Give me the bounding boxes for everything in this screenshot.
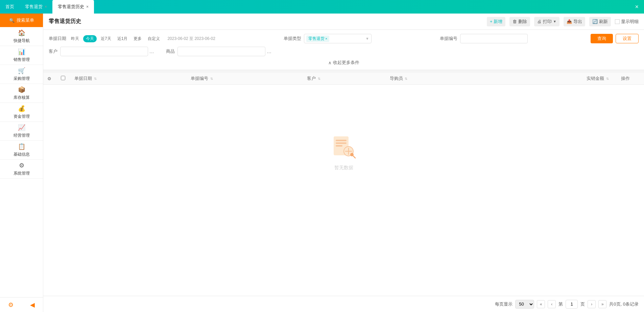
sidebar-item-purchase[interactable]: 🛒 采购管理 — [0, 65, 43, 84]
sidebar-item-inventory[interactable]: 📦 库存核算 — [0, 84, 43, 103]
goods-ellipsis[interactable]: ... — [265, 48, 272, 54]
refresh-button[interactable]: 🔄 刷新 — [589, 17, 611, 26]
sidebar-item-finance[interactable]: 💰 资金管理 — [0, 103, 43, 122]
th-customer-sort: ⇅ — [318, 77, 320, 81]
th-bill-no-label: 单据编号 — [191, 76, 208, 81]
settings-gear-icon[interactable]: ⚙ — [47, 76, 51, 81]
show-detail-checkbox[interactable] — [615, 19, 620, 24]
sidebar-item-inventory-label: 库存核算 — [14, 95, 30, 101]
date-opt-custom[interactable]: 自定义 — [146, 35, 162, 42]
th-bill-no-sort: ⇅ — [210, 77, 213, 81]
print-dropdown-icon: ▼ — [553, 20, 556, 23]
basic-info-icon: 📋 — [18, 143, 25, 150]
sidebar-collapse-icon[interactable]: ◀ — [30, 301, 35, 309]
filter-row-1: 单据日期 昨天 今天 近7天 近1月 更多 自定义 2023-06-02 至 2… — [49, 34, 639, 43]
empty-state: 暂无数据 — [43, 85, 644, 220]
tab-retail-return[interactable]: 零售退货 × — [20, 0, 52, 14]
type-tag-label: 零售退货 — [308, 36, 325, 42]
th-check[interactable] — [57, 73, 70, 85]
sidebar-settings-icon[interactable]: ⚙ — [8, 301, 14, 309]
th-amount-sort: ⇅ — [606, 77, 609, 81]
svg-line-8 — [353, 156, 355, 158]
tab-home[interactable]: 首页 — [0, 0, 20, 14]
sidebar-bottom: ⚙ ◀ — [0, 297, 43, 312]
first-page-button[interactable]: « — [537, 300, 545, 308]
th-date-sort: ⇅ — [94, 77, 97, 81]
next-page-button[interactable]: › — [588, 300, 596, 308]
goods-input[interactable] — [177, 47, 265, 56]
th-amount-label: 实销金额 — [587, 76, 604, 81]
header-actions: + 新增 🗑 删除 🖨 打印 ▼ 📤 导出 🔄 刷新 — [487, 17, 639, 26]
last-page-button[interactable]: » — [598, 300, 606, 308]
filter-area: 单据日期 昨天 今天 近7天 近1月 更多 自定义 2023-06-02 至 2… — [43, 30, 644, 70]
query-button[interactable]: 查询 — [591, 34, 613, 43]
date-opt-7days[interactable]: 近7天 — [99, 35, 113, 42]
operations-icon: 📈 — [18, 124, 25, 131]
total-text: 共0页, 0条记录 — [609, 301, 639, 307]
customer-ellipsis[interactable]: ... — [148, 48, 155, 54]
bill-no-label: 单据编号 — [440, 36, 457, 42]
date-opt-1month[interactable]: 近1月 — [115, 35, 130, 42]
sidebar-search[interactable]: 🔍 搜索菜单 — [0, 14, 43, 27]
tab-retail-return-history[interactable]: 零售退货历史 × — [52, 0, 94, 14]
pagination: 每页显示 50 20 100 « ‹ 第 页 › » 共0页, 0条记录 — [43, 296, 644, 312]
delete-button[interactable]: 🗑 删除 — [509, 17, 530, 26]
filter-action-buttons: 查询 设置 — [591, 34, 639, 43]
th-bill-no[interactable]: 单据编号 ⇅ — [187, 73, 303, 85]
page-input[interactable] — [566, 300, 578, 309]
bill-no-input[interactable] — [460, 34, 528, 43]
select-all-checkbox[interactable] — [61, 76, 65, 80]
date-range-display: 2023-06-02 至 2023-06-02 — [167, 36, 215, 42]
collapse-btn[interactable]: ∧ 收起更多条件 — [328, 60, 359, 66]
finance-icon: 💰 — [18, 105, 25, 112]
th-amount[interactable]: 实销金额 ⇅ — [485, 73, 617, 85]
th-customer[interactable]: 客户 ⇅ — [303, 73, 385, 85]
set-button[interactable]: 设置 — [616, 34, 639, 43]
customer-input[interactable] — [60, 47, 148, 56]
sidebar-item-sales[interactable]: 📊 销售管理 — [0, 46, 43, 65]
window-close-icon[interactable]: × — [635, 3, 639, 10]
type-select[interactable]: 零售退货 × ▼ — [304, 34, 372, 43]
search-icon: 🔍 — [9, 18, 15, 23]
page-title: 零售退货历史 — [49, 18, 81, 25]
tab-home-label: 首页 — [5, 4, 14, 10]
prev-page-icon: ‹ — [551, 302, 552, 307]
type-filter-label: 单据类型 — [284, 36, 301, 42]
export-icon: 📤 — [567, 19, 572, 24]
print-button[interactable]: 🖨 打印 ▼ — [534, 17, 559, 26]
th-settings[interactable]: ⚙ — [43, 73, 57, 85]
sidebar-item-quick-nav-label: 快捷导航 — [14, 38, 30, 44]
refresh-icon: 🔄 — [592, 19, 598, 24]
th-guide[interactable]: 导购员 ⇅ — [386, 73, 485, 85]
th-customer-label: 客户 — [307, 76, 316, 81]
sidebar-item-quick-nav[interactable]: 🏠 快捷导航 — [0, 27, 43, 46]
sidebar-item-purchase-label: 采购管理 — [14, 76, 30, 82]
tab-retail-return-close[interactable]: × — [45, 4, 47, 9]
type-tag-remove[interactable]: × — [325, 37, 327, 41]
show-detail-toggle[interactable]: 显示明细 — [615, 19, 639, 25]
sidebar-item-system[interactable]: ⚙ 系统管理 — [0, 160, 43, 179]
th-date[interactable]: 单据日期 ⇅ — [70, 73, 187, 85]
customer-label: 客户 — [49, 48, 57, 54]
empty-icon — [330, 134, 357, 161]
type-tag: 零售退货 × — [306, 36, 329, 42]
date-opt-more[interactable]: 更多 — [132, 35, 144, 42]
tab-retail-return-label: 零售退货 — [25, 4, 43, 10]
date-opt-today[interactable]: 今天 — [83, 35, 97, 42]
per-page-select[interactable]: 50 20 100 — [515, 300, 534, 309]
date-opt-yesterday[interactable]: 昨天 — [69, 35, 81, 42]
sidebar-item-basic-info-label: 基础信息 — [14, 152, 30, 157]
sidebar-item-operations[interactable]: 📈 经营管理 — [0, 122, 43, 141]
sidebar-item-system-label: 系统管理 — [14, 171, 30, 176]
sidebar-search-label: 搜索菜单 — [17, 17, 34, 23]
new-button[interactable]: + 新增 — [487, 17, 505, 26]
tab-retail-return-history-close[interactable]: × — [86, 4, 89, 9]
export-button[interactable]: 📤 导出 — [564, 17, 585, 26]
date-filter-label: 单据日期 — [49, 36, 66, 42]
prev-page-button[interactable]: ‹ — [548, 300, 556, 308]
delete-label: 删除 — [518, 19, 527, 25]
tab-retail-return-history-label: 零售退货历史 — [58, 4, 84, 10]
collapse-icon: ∧ — [328, 60, 332, 65]
sidebar-item-basic-info[interactable]: 📋 基础信息 — [0, 141, 43, 160]
filter-row-2: 客户 ... 商品 ... — [49, 47, 639, 56]
